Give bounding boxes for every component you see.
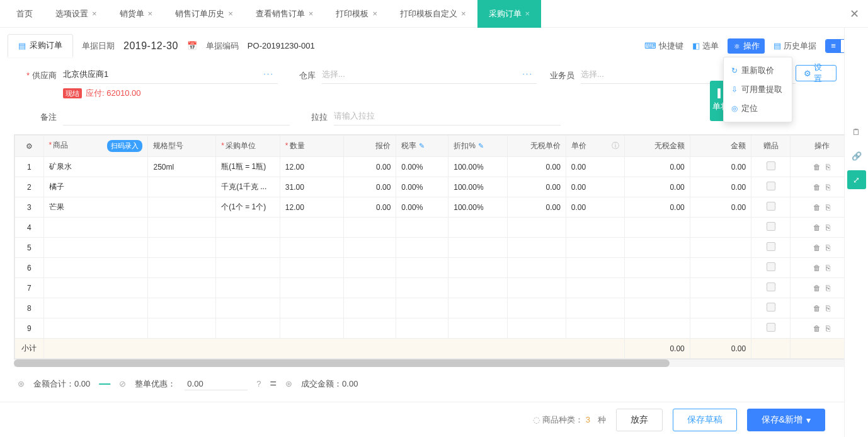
table-row[interactable]: 4🗑⎘ <box>15 218 854 238</box>
gift-checkbox[interactable] <box>767 323 775 332</box>
history-button[interactable]: ▤历史单据 <box>774 40 816 52</box>
copy-icon[interactable]: ⎘ <box>826 163 830 172</box>
edit-icon[interactable]: ✎ <box>419 142 425 149</box>
close-icon[interactable]: × <box>461 9 466 18</box>
delete-icon[interactable]: 🗑 <box>813 284 821 293</box>
discount-icon: ⊘ <box>119 379 126 388</box>
table-row[interactable]: 3芒果个(1个 = 1个)12.000.000.00%100.00%0.000.… <box>15 197 854 218</box>
totals-bar: ⊛ 金额合计：0.00 — ⊘ 整单优惠： 0.00 ? = ⊛ 成交金额：0.… <box>0 367 868 400</box>
copy-icon[interactable]: ⎘ <box>826 324 830 333</box>
gift-checkbox[interactable] <box>767 161 775 170</box>
table-row[interactable]: 8🗑⎘ <box>15 298 854 318</box>
close-icon[interactable]: × <box>92 9 97 18</box>
gift-checkbox[interactable] <box>767 262 775 271</box>
delete-icon[interactable]: 🗑 <box>813 183 821 192</box>
lala-field[interactable]: 请输入拉拉 <box>334 109 561 125</box>
link-icon[interactable]: 🔗 <box>847 146 866 165</box>
edit-icon[interactable]: ✎ <box>478 142 484 149</box>
gift-checkbox[interactable] <box>767 182 775 190</box>
table-row[interactable]: 5🗑⎘ <box>15 238 854 258</box>
copy-icon[interactable]: ⎘ <box>826 203 830 212</box>
tab-view-sales-order[interactable]: 查看销售订单× <box>244 0 325 28</box>
right-rail: 🗒 🔗 ⤢ <box>844 28 868 437</box>
close-icon[interactable]: × <box>525 9 530 18</box>
shortcut-button[interactable]: ⌨快捷键 <box>644 40 683 52</box>
delete-icon[interactable]: 🗑 <box>813 304 821 313</box>
col-discount: 折扣%✎ <box>448 136 507 157</box>
gift-checkbox[interactable] <box>767 222 775 231</box>
delete-icon[interactable]: 🗑 <box>813 264 821 272</box>
scan-input-button[interactable]: 扫码录入 <box>107 140 142 152</box>
copy-icon[interactable]: ⎘ <box>826 264 830 272</box>
remark-field[interactable] <box>63 109 290 125</box>
info-icon[interactable]: ⓘ <box>612 141 619 151</box>
tab-sales-bill[interactable]: 销货单× <box>108 0 164 28</box>
close-icon[interactable]: × <box>148 9 153 18</box>
close-icon[interactable]: × <box>309 9 314 18</box>
settings-button[interactable]: ⚙设置 <box>796 65 837 81</box>
tab-print-template[interactable]: 打印模板× <box>324 0 389 28</box>
delete-icon[interactable]: 🗑 <box>813 223 821 232</box>
col-config[interactable]: ⚙ <box>15 136 44 157</box>
tab-sales-order-history[interactable]: 销售订单历史× <box>164 0 244 28</box>
action-button[interactable]: ⨳操作 <box>728 38 765 54</box>
copy-icon[interactable]: ⎘ <box>826 284 830 293</box>
refresh-icon: ↻ <box>731 66 738 75</box>
expand-icon[interactable]: ⤢ <box>847 170 866 189</box>
tab-option-settings[interactable]: 选项设置× <box>44 0 108 28</box>
settle-badge: 现结 <box>63 88 82 98</box>
delete-icon[interactable]: 🗑 <box>813 324 821 333</box>
table-row[interactable]: 1矿泉水250ml瓶(1瓶 = 1瓶)12.000.000.00%100.00%… <box>15 157 854 177</box>
delete-icon[interactable]: 🗑 <box>813 203 821 212</box>
view-list-icon[interactable]: ≡ <box>826 40 841 52</box>
download-icon: ⇩ <box>731 85 738 94</box>
close-all-button[interactable]: ✕ <box>840 7 868 21</box>
copy-icon[interactable]: ⎘ <box>826 243 830 252</box>
save-draft-button[interactable]: 保存草稿 <box>673 409 737 431</box>
close-icon[interactable]: × <box>228 9 233 18</box>
lookup-icon[interactable]: ··· <box>522 69 533 78</box>
subtotal-amt: 0.00 <box>690 339 751 359</box>
table-row[interactable]: 2橘子千克(1千克 ...31.000.000.00%100.00%0.000.… <box>15 177 854 197</box>
gift-checkbox[interactable] <box>767 242 775 251</box>
gear-icon: ⚙ <box>804 69 811 78</box>
copy-icon[interactable]: ⎘ <box>826 223 830 232</box>
lookup-icon[interactable]: ··· <box>263 69 274 78</box>
gift-checkbox[interactable] <box>767 202 775 211</box>
horizontal-scrollbar[interactable] <box>14 359 854 367</box>
col-amt-notax: 无税金额 <box>625 136 690 157</box>
salesman-label: 业务员 <box>537 67 574 81</box>
supplier-field[interactable]: 北京供应商1 ··· <box>63 67 278 84</box>
tab-purchase-order[interactable]: 采购订单× <box>477 0 542 28</box>
whole-discount-input[interactable]: 0.00 <box>185 378 248 390</box>
table-row[interactable]: 6🗑⎘ <box>15 258 854 278</box>
tag-icon: ◌ <box>533 415 540 424</box>
items-grid: ⚙ *商品扫码录入 规格型号 *采购单位 *数量 报价 税率✎ 折扣%✎ 无税单… <box>14 134 854 359</box>
table-row[interactable]: 7🗑⎘ <box>15 278 854 298</box>
dd-locate[interactable]: ◎定位 <box>724 99 792 118</box>
info-icon[interactable]: ? <box>256 379 261 388</box>
note-icon[interactable]: 🗒 <box>847 122 866 141</box>
tab-print-template-custom[interactable]: 打印模板自定义× <box>389 0 477 28</box>
save-new-button[interactable]: 保存&新增▾ <box>747 409 825 431</box>
page-title: 采购订单 <box>30 40 62 51</box>
copy-icon[interactable]: ⎘ <box>826 183 830 192</box>
warehouse-field[interactable]: 选择...··· <box>322 67 537 84</box>
date-value[interactable]: 2019-12-30 <box>123 40 178 52</box>
tab-home[interactable]: 首页 <box>5 0 44 28</box>
dd-reprice[interactable]: ↻重新取价 <box>724 61 792 80</box>
calendar-icon[interactable]: 📅 <box>187 41 197 50</box>
col-price: 单价ⓘ <box>566 136 624 157</box>
subtotal-amt-notax: 0.00 <box>625 339 690 359</box>
discard-button[interactable]: 放弃 <box>616 409 663 431</box>
delete-icon[interactable]: 🗑 <box>813 243 821 252</box>
table-row[interactable]: 9🗑⎘ <box>15 318 854 339</box>
delete-icon[interactable]: 🗑 <box>813 163 821 172</box>
gift-checkbox[interactable] <box>767 283 775 291</box>
dd-available-qty[interactable]: ⇩可用量提取 <box>724 80 792 99</box>
chevron-down-icon: ▾ <box>806 415 811 425</box>
copy-icon[interactable]: ⎘ <box>826 304 830 313</box>
select-bill-button[interactable]: ◧选单 <box>692 40 719 52</box>
gift-checkbox[interactable] <box>767 303 775 312</box>
close-icon[interactable]: × <box>372 9 377 18</box>
